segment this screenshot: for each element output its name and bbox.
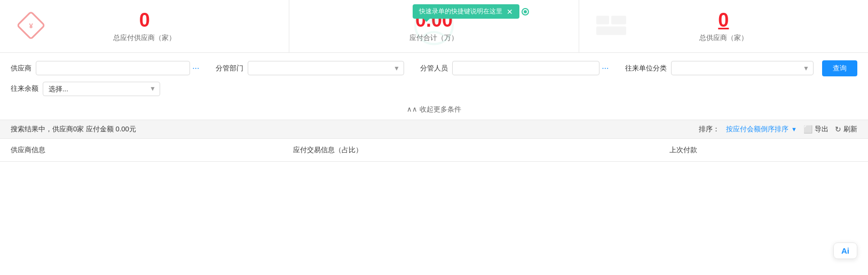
svg-rect-6 (596, 26, 626, 35)
sort-select[interactable]: 按应付会额倒序排序 (726, 125, 797, 133)
summary-bar: ¥ 0 总应付供应商（家） 快速录单的快捷键说明在这里 ✕ 0.00 应付合计（… (0, 0, 868, 53)
sort-select-wrap: 按应付会额倒序排序 ▼ (726, 125, 797, 133)
dept-select-wrap: ▼ (248, 61, 405, 75)
card1-content: 0 总应付供应商（家） (113, 10, 176, 43)
unit-select-wrap: ▼ (671, 61, 814, 75)
dept-select[interactable] (248, 61, 405, 75)
filter-person: 分管人员 ··· (420, 61, 609, 75)
table-col-supplier-info: 供应商信息 (11, 145, 293, 155)
collapse-row: ∧∧ 收起更多条件 (11, 101, 857, 120)
supplier-dots-btn[interactable]: ··· (192, 64, 199, 73)
person-input-wrap (452, 61, 599, 75)
refresh-button[interactable]: ↻ 刷新 (835, 124, 857, 134)
svg-text:¥: ¥ (29, 21, 33, 29)
summary-card-suppliers: ¥ 0 总应付供应商（家） (0, 0, 289, 52)
filter-unit: 往来单位分类 ▼ (625, 61, 814, 75)
tooltip-text: 快速录单的快捷键说明在这里 (419, 7, 502, 16)
supplier-label: 供应商 (11, 64, 31, 73)
refresh-icon: ↻ (835, 125, 841, 133)
supplier-input[interactable] (36, 61, 190, 75)
collapse-label: 收起更多条件 (420, 105, 461, 114)
card3-label: 总供应商（家） (699, 33, 748, 43)
unit-label: 往来单位分类 (625, 64, 667, 73)
balance-select-wrap: 选择... ▼ (43, 82, 160, 96)
export-icon: ⬜ (803, 125, 812, 133)
refresh-label: 刷新 (843, 124, 857, 134)
table-col-transaction-info: 应付交易信息（占比） (293, 145, 669, 155)
filter-section: 供应商 ··· 分管部门 ▼ 分管人员 ··· (0, 53, 868, 120)
summary-card-total: 快速录单的快捷键说明在这里 ✕ 0.00 应付合计（万） (289, 0, 579, 52)
svg-rect-4 (596, 15, 609, 24)
table-header: 供应商信息 应付交易信息（占比） 上次付款 (0, 139, 868, 162)
card1-label: 总应付供应商（家） (113, 33, 176, 43)
balance-select[interactable]: 选择... (43, 82, 160, 96)
filter-supplier: 供应商 ··· (11, 61, 200, 75)
result-bar: 搜索结果中，供应商0家 应付金额 0.00元 排序： 按应付会额倒序排序 ▼ ⬜… (0, 120, 868, 139)
diamond-icon-area: ¥ (16, 10, 46, 42)
query-button[interactable]: 查询 (822, 60, 857, 76)
table-body (0, 162, 868, 275)
card3-number: 0 (718, 10, 729, 31)
export-label: 导出 (815, 124, 828, 134)
person-dots-btn[interactable]: ··· (602, 64, 609, 73)
sort-label: 排序： (699, 124, 720, 134)
supplier-input-wrap (36, 61, 190, 75)
person-input[interactable] (452, 61, 599, 75)
filter-row-1: 供应商 ··· 分管部门 ▼ 分管人员 ··· (11, 60, 857, 76)
card2-label: 应付合计（万） (409, 33, 458, 43)
balance-label: 往来余额 (11, 84, 38, 93)
dept-label: 分管部门 (216, 64, 243, 73)
card1-number: 0 (139, 10, 150, 31)
export-button[interactable]: ⬜ 导出 (803, 124, 828, 134)
tooltip-dot (523, 9, 528, 14)
result-info: 搜索结果中，供应商0家 应付金额 0.00元 (11, 124, 136, 134)
filter-row-2: 往来余额 选择... ▼ (11, 82, 857, 96)
tooltip-bubble: 快速录单的快捷键说明在这里 ✕ (413, 4, 519, 19)
ai-badge[interactable]: Ai (833, 242, 857, 259)
table-col-last-payment: 上次付款 (669, 145, 857, 155)
svg-rect-5 (611, 15, 626, 24)
summary-card-total-suppliers: 0 总供应商（家） (579, 0, 868, 52)
person-label: 分管人员 (420, 64, 448, 73)
filter-dept: 分管部门 ▼ (216, 61, 405, 75)
result-actions: 排序： 按应付会额倒序排序 ▼ ⬜ 导出 ↻ 刷新 (699, 124, 857, 134)
card3-content: 0 总供应商（家） (699, 10, 748, 43)
tooltip-close-icon[interactable]: ✕ (507, 8, 513, 15)
collapse-up-icon: ∧∧ (407, 105, 417, 113)
collapse-button[interactable]: ∧∧ 收起更多条件 (407, 105, 461, 114)
filter-balance: 往来余额 选择... ▼ (11, 82, 160, 96)
unit-select[interactable] (671, 61, 814, 75)
